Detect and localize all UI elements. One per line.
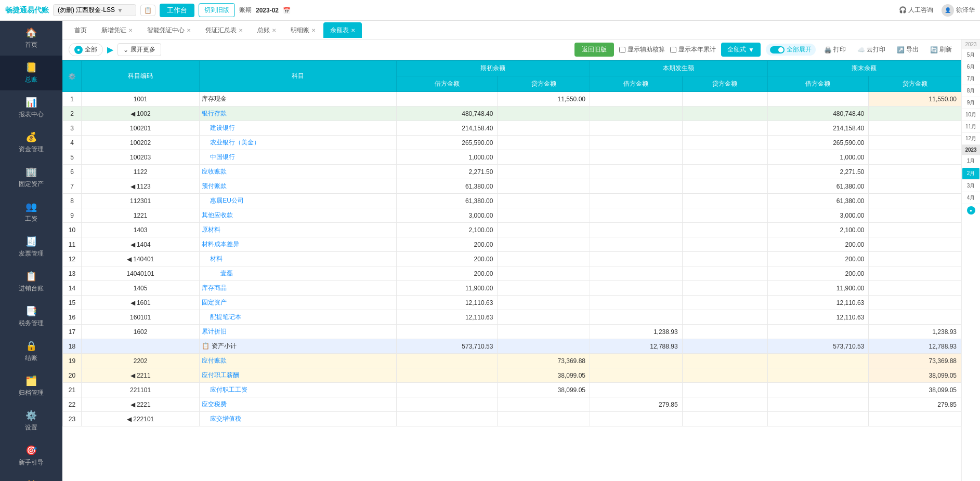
sidebar-item-assets[interactable]: 🏢 固定资产: [0, 160, 62, 195]
sidebar-item-home[interactable]: 🏠 首页: [0, 21, 62, 56]
account-name-cell[interactable]: 银行存款: [200, 106, 397, 121]
account-link[interactable]: 材料: [210, 255, 223, 262]
sidebar-item-capital[interactable]: 💰 资金管理: [0, 125, 62, 160]
tab-voucher-summary-close[interactable]: ✕: [239, 28, 243, 33]
show-year-total-checkbox[interactable]: 显示本年累计: [670, 45, 716, 54]
tab-smart-voucher[interactable]: 智能凭证中心 ✕: [140, 22, 198, 38]
account-link[interactable]: 累计折旧: [202, 328, 227, 335]
tab-new-voucher-close[interactable]: ✕: [128, 28, 133, 33]
tab-detail-close[interactable]: ✕: [311, 28, 316, 33]
timeline-7[interactable]: 7月: [962, 73, 980, 85]
account-name-cell[interactable]: 中国银行: [200, 150, 397, 165]
sidebar-item-payroll[interactable]: 👥 工资: [0, 195, 62, 230]
account-link[interactable]: 应收账款: [202, 168, 227, 175]
account-name-cell[interactable]: 应收账款: [200, 165, 397, 179]
account-name-cell[interactable]: 应交增值税: [200, 412, 397, 426]
return-old-button[interactable]: 返回旧版: [574, 43, 614, 57]
tab-balance[interactable]: 余额表 ✕: [323, 22, 362, 38]
account-name-cell[interactable]: 库存商品: [200, 281, 397, 296]
account-link[interactable]: 其他应收款: [202, 211, 233, 219]
account-link[interactable]: 惠属EU公司: [210, 197, 244, 204]
sidebar-item-report[interactable]: 📊 报表中心: [0, 90, 62, 125]
tab-ledger[interactable]: 总账 ✕: [251, 22, 283, 38]
account-name-cell[interactable]: 壹磊: [200, 266, 397, 281]
timeline-10[interactable]: 10月: [962, 109, 980, 121]
switch-old-button[interactable]: 切到旧版: [199, 3, 235, 17]
account-link[interactable]: 配提笔记本: [210, 313, 241, 320]
account-name-cell[interactable]: 累计折旧: [200, 325, 397, 339]
sidebar-item-archive[interactable]: 🗂️ 归档管理: [0, 369, 62, 404]
tab-home[interactable]: 首页: [68, 22, 94, 38]
account-link[interactable]: 应付账款: [202, 357, 227, 364]
show-aux-calc-checkbox[interactable]: 显示辅助核算: [619, 45, 665, 54]
account-link[interactable]: 材料成本差异: [202, 240, 239, 248]
timeline-4[interactable]: 4月: [962, 192, 980, 204]
account-name-cell[interactable]: 原材料: [200, 223, 397, 237]
timeline-2[interactable]: 2月: [962, 168, 979, 180]
timeline-11[interactable]: 11月: [962, 121, 980, 133]
settings-col[interactable]: ⚙️: [63, 61, 82, 92]
cloud-print-button[interactable]: ☁️ 云打印: [854, 43, 888, 56]
account-name-cell[interactable]: 材料成本差异: [200, 237, 397, 252]
account-name-cell[interactable]: 农业银行（美金）: [200, 136, 397, 150]
account-link[interactable]: 应交税费: [202, 400, 227, 408]
sidebar-item-guide[interactable]: 🎯 新手引导: [0, 438, 62, 473]
timeline-6[interactable]: 6月: [962, 61, 980, 73]
account-link[interactable]: 应付职工薪酬: [202, 371, 239, 379]
account-link[interactable]: 原材料: [202, 226, 220, 233]
account-link[interactable]: 库存商品: [202, 284, 227, 291]
sidebar-item-closing[interactable]: 🔒 结账: [0, 334, 62, 369]
account-name-cell[interactable]: 应付职工工资: [200, 383, 397, 397]
full-mode-button[interactable]: 全额式 ▼: [721, 43, 761, 57]
timeline-year-2023[interactable]: 2023: [962, 145, 980, 155]
account-name-cell[interactable]: 惠属EU公司: [200, 194, 397, 208]
timeline-8[interactable]: 8月: [962, 85, 980, 97]
account-link[interactable]: 应交增值税: [210, 415, 241, 422]
export-button[interactable]: ↗️ 导出: [894, 43, 922, 56]
account-name-cell[interactable]: 材料: [200, 252, 397, 266]
sidebar-item-ledger[interactable]: 📒 总账: [0, 56, 62, 90]
tab-detail[interactable]: 明细账 ✕: [284, 22, 322, 38]
account-name-cell[interactable]: 应交税费: [200, 397, 397, 412]
print-button[interactable]: 🖨️ 打印: [821, 43, 849, 56]
workbench-button[interactable]: 工作台: [160, 4, 194, 17]
account-name-cell[interactable]: 建设银行: [200, 121, 397, 136]
timeline-5[interactable]: 5月: [962, 49, 980, 61]
account-link[interactable]: 农业银行（美金）: [210, 139, 260, 146]
sidebar-item-settings[interactable]: ⚙️ 设置: [0, 404, 62, 438]
user-info[interactable]: 👤 徐泽华: [942, 4, 975, 17]
account-link[interactable]: 应付职工工资: [210, 386, 247, 393]
account-name-cell[interactable]: 配提笔记本: [200, 310, 397, 325]
expand-more-button[interactable]: ⌄ 展开更多: [117, 43, 161, 56]
account-link[interactable]: 预付账款: [202, 182, 227, 190]
account-link[interactable]: 银行存款: [202, 110, 227, 117]
tab-new-voucher[interactable]: 新增凭证 ✕: [95, 22, 139, 38]
account-link[interactable]: 建设银行: [210, 124, 235, 131]
tab-voucher-summary[interactable]: 凭证汇总表 ✕: [199, 22, 250, 38]
timeline-12[interactable]: 12月: [962, 133, 980, 145]
company-selector[interactable]: (勿删) 江西股金-LSS ▼: [53, 4, 136, 16]
account-link[interactable]: 固定资产: [202, 299, 227, 306]
sidebar-item-invoice[interactable]: 🧾 发票管理: [0, 230, 62, 264]
tab-balance-close[interactable]: ✕: [351, 28, 355, 33]
customer-service[interactable]: 🎧 人工咨询: [899, 6, 933, 15]
account-link[interactable]: 壹磊: [220, 270, 233, 277]
sidebar-item-purchase[interactable]: 📋 进销台账: [0, 264, 62, 299]
timeline-3[interactable]: 3月: [962, 180, 980, 192]
account-name-cell[interactable]: 固定资产: [200, 296, 397, 310]
tab-ledger-close[interactable]: ✕: [272, 28, 276, 33]
account-name-cell[interactable]: 预付账款: [200, 179, 397, 194]
copy-button[interactable]: 📋: [140, 5, 155, 16]
show-year-total-input[interactable]: [670, 47, 676, 53]
timeline-1[interactable]: 1月: [962, 155, 980, 167]
account-name-cell[interactable]: 应付账款: [200, 354, 397, 368]
sidebar-item-tax[interactable]: 📑 税务管理: [0, 299, 62, 334]
show-aux-calc-input[interactable]: [619, 47, 625, 53]
filter-all-button[interactable]: ● 全部: [69, 43, 103, 56]
account-link[interactable]: 中国银行: [210, 153, 235, 161]
sidebar-item-member[interactable]: 👑 畅会员: [0, 473, 62, 481]
account-name-cell[interactable]: 其他应收款: [200, 208, 397, 223]
tab-smart-voucher-close[interactable]: ✕: [187, 28, 191, 33]
refresh-button[interactable]: 🔄 刷新: [927, 43, 955, 56]
timeline-9[interactable]: 9月: [962, 97, 980, 109]
